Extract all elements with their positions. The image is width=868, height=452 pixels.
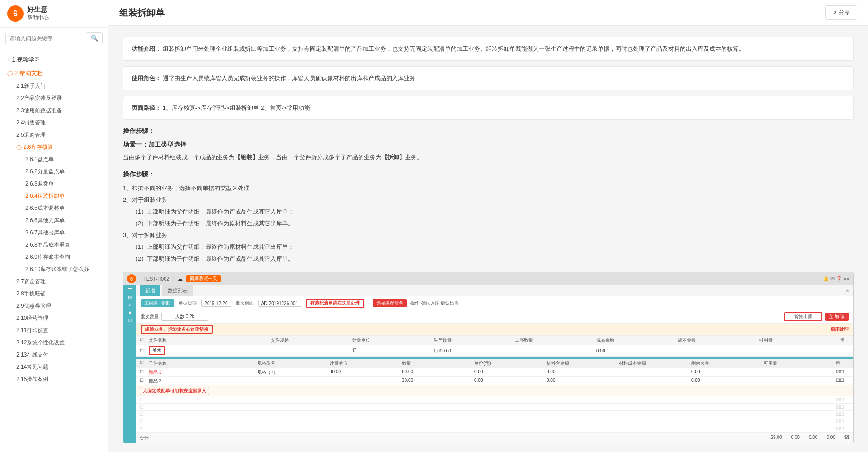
ss-s2-unit	[330, 378, 402, 384]
ss-bottom-spacer	[158, 435, 761, 441]
logo-bar: 6 好生意 帮助中心	[0, 0, 108, 28]
sidebar-item-data[interactable]: 2.3使用前数据准备	[9, 105, 108, 117]
ss-empty-row6: ☐☑☐	[136, 418, 853, 425]
ss-left-icons: ☰ ⊞ ✦ ♟ ☑	[123, 285, 136, 443]
ss-total1: $$.00	[770, 435, 782, 441]
ss-th-proc: 工序数量	[515, 337, 596, 343]
ss-sub-row2: ☐ 翻品 2 30.00 0.00 0.00 0.00 ☑☐	[136, 377, 853, 385]
sidebar-item-costcalc[interactable]: 2.6.8商品成本重算	[18, 239, 108, 251]
sidebar-item-assembly[interactable]: 2.6.4组装拆卸单	[18, 190, 108, 202]
sidebar-item-label: 2.帮助文档	[14, 69, 43, 77]
ss-bottom-pagination: 合计	[140, 435, 149, 441]
ss-available-label: 启用处理	[830, 326, 849, 333]
label: 2.2产品安装及登录	[16, 95, 62, 102]
ss-e5-spacer	[149, 412, 836, 417]
ss-icons-right: 🔔 ✉ ❓ ●●	[823, 276, 849, 282]
step-1: 1、根据不同的业务，选择不同单据的类型来处理	[123, 182, 854, 194]
ss-td-prod: 1,000.00	[434, 348, 515, 353]
ss-annotation-row: 组装业务、拆卸业务在这里切换 启用处理	[136, 324, 853, 336]
label: 2.6.1盘点单	[25, 156, 54, 163]
ss-close: ✕	[846, 288, 849, 293]
label: 2.10经营管理	[16, 314, 48, 322]
ss-add-btn: 立 加 诶	[825, 313, 849, 321]
label: 2.5采购管理	[16, 131, 46, 139]
ss-e4-spacer	[149, 404, 836, 409]
sidebar-item-otherout[interactable]: 2.6.7其他出库单	[18, 227, 108, 239]
sidebar-item-error[interactable]: 2.6.10库存账本错了怎么办	[18, 263, 108, 276]
sidebar-item-print[interactable]: 2.11打印设置	[9, 324, 108, 337]
ss-name-highlight: 关木	[149, 346, 165, 355]
ss-empty-row4: ☐☑☐	[136, 404, 853, 411]
ss-qty-val: 人数 0.2k	[161, 313, 208, 321]
label: 2.7资金管理	[16, 278, 46, 285]
ss-s1-amt: 0.00	[547, 369, 619, 376]
nav-tree: + 1.视频学习 ◯ 2.帮助文档 2.1新手入门 2.2产品安装及登录 2.3…	[0, 49, 108, 452]
sidebar-item-adjust[interactable]: 2.6.3调拨单	[18, 178, 108, 190]
ss-empty-row3: ☐☑☐	[136, 396, 853, 404]
step-2: 2、对于组装业务	[123, 194, 854, 206]
ss-tab-new: 新增	[140, 285, 160, 296]
share-button[interactable]: ↗ 分享	[825, 5, 857, 20]
ss-sub-header: ☑ 子件名称 规格型号 计量单位 数量 单价(元) 材料合金额 材料成本金额 剩…	[136, 357, 853, 368]
sidebar-item-ledger[interactable]: 2.6.9库存账本查询	[18, 251, 108, 263]
ss-sub-th-btns: ⊞	[836, 360, 849, 366]
ss-e7-check: ☐	[140, 426, 149, 431]
ss-tab-list: 数据列表	[162, 285, 193, 296]
logo-name: 好生意	[27, 5, 49, 14]
role-label: 使用角色：	[132, 75, 161, 81]
ss-icon1: ☰	[128, 287, 132, 292]
ss-sub-row1: ☐ 翻品 1 规格（+） 30.00 60.00 0.00 0.00 0.00 …	[136, 368, 853, 377]
ss-s1-spec: 规格（+）	[257, 369, 330, 376]
sidebar-item-sales[interactable]: 2.4销售管理	[9, 117, 108, 129]
label: 2.6.3调拨单	[25, 180, 54, 188]
ss-confirm-label: 确认入库 确认出库	[421, 300, 459, 306]
search-button[interactable]: 🔍	[87, 32, 103, 44]
ss-icon4: ♟	[128, 310, 132, 315]
sidebar-item-docs[interactable]: ◯ 2.帮助文档	[0, 67, 108, 80]
ss-s1-name: 翻品 1	[149, 369, 257, 376]
label: 2.15操作案例	[16, 376, 48, 383]
sidebar-item-label: 1.视频学习	[12, 56, 40, 64]
label: 2.14常见问题	[16, 363, 48, 371]
ss-sub-th-qty: 数量	[402, 360, 474, 366]
ss-op-label: 操作	[410, 300, 420, 306]
sidebar-item-mobile[interactable]: 2.8手机旺铺	[9, 288, 108, 300]
logo-icon: 6	[7, 5, 24, 22]
ss-td-cost1: 0.00	[596, 348, 678, 353]
sidebar-item-custom[interactable]: 2.12系统个性化设置	[9, 337, 108, 349]
label: 2.1新手入门	[16, 82, 46, 90]
sidebar-item-new[interactable]: 2.1新手入门	[9, 80, 108, 92]
ss-td-check: ☐	[140, 348, 149, 353]
ss-s2-cost	[619, 378, 691, 384]
ss-e7-btns: ☑☐	[836, 426, 849, 431]
ops-steps-title: 操作步骤：	[123, 171, 854, 179]
nav-sub-inventory: 2.6.1盘点单 2.6.2分量盘点单 2.6.3调拨单 2.6.4组装拆卸单 …	[9, 153, 108, 276]
sidebar-item-splitcount[interactable]: 2.6.2分量盘点单	[18, 166, 108, 178]
path-text: 1、库存核算->库存管理->组装拆卸单 2、首页->常用功能	[163, 105, 311, 111]
label: 2.4销售管理	[16, 119, 46, 127]
sidebar-item-pay[interactable]: 2.13在线支付	[9, 349, 108, 361]
sidebar-item-install[interactable]: 2.2产品安装及登录	[9, 92, 108, 105]
sidebar-item-video[interactable]: + 1.视频学习	[0, 53, 108, 67]
sidebar-item-stockcount[interactable]: 2.6.1盘点单	[18, 153, 108, 166]
sidebar-item-mgmt[interactable]: 2.10经营管理	[9, 312, 108, 324]
ss-e6-check: ☐	[140, 419, 149, 424]
sidebar-item-case[interactable]: 2.15操作案例	[9, 373, 108, 385]
label: 2.11打印设置	[16, 327, 48, 334]
sidebar-item-inventory[interactable]: ◯ 2.6库存核算	[9, 141, 108, 153]
ss-sub-th-unit: 计量单位	[330, 360, 402, 366]
ss-s2-avail	[764, 378, 836, 384]
sidebar-item-faq[interactable]: 2.14常见问题	[9, 361, 108, 373]
sidebar-item-costadj[interactable]: 2.6.5成本调整单	[18, 202, 108, 214]
ss-th-avail: 可用量	[759, 337, 840, 343]
sidebar-item-purchase[interactable]: 2.5采购管理	[9, 129, 108, 141]
search-input[interactable]	[5, 33, 87, 44]
sidebar-item-coupon[interactable]: 2.9优惠券管理	[9, 300, 108, 312]
ss-body: ☰ ⊞ ✦ ♟ ☑ 新增 数据列表 ✕	[123, 285, 853, 443]
share-icon: ↗	[832, 10, 837, 16]
step-3: 3、对于拆卸业务	[123, 229, 854, 241]
ss-form-row2: 批次数量 人数 0.2k 货摊出库 立 加 诶	[136, 310, 853, 324]
sidebar-item-otherin[interactable]: 2.6.6其他入库单	[18, 214, 108, 227]
ss-orange-btn: 同期测试一天	[186, 275, 221, 282]
sidebar-item-fund[interactable]: 2.7资金管理	[9, 276, 108, 288]
